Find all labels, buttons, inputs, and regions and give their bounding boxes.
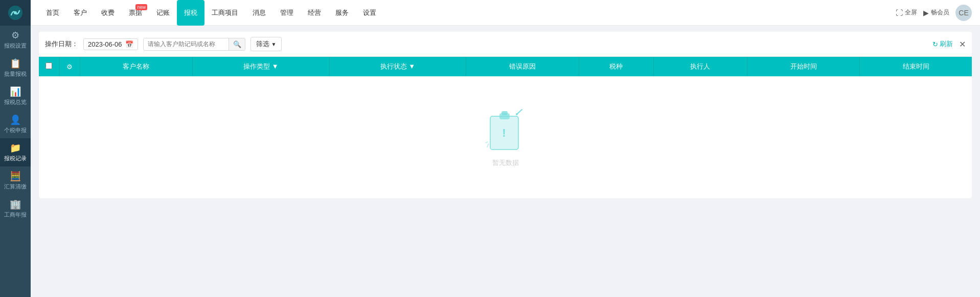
empty-state-row: ! 暂无: [39, 76, 972, 198]
svg-line-10: [486, 142, 488, 143]
nav-item-jizhang[interactable]: 记账: [149, 0, 177, 26]
date-label: 操作日期：: [45, 39, 78, 49]
nav-item-shoufei[interactable]: 收费: [94, 0, 122, 26]
svg-point-1: [14, 11, 17, 14]
sidebar-item-huisuanqingsuan[interactable]: 🧮 汇算清缴: [0, 166, 31, 195]
nav-items: 首页 客户 收费 票据 new 记账 报税 工商项目 消息: [39, 0, 383, 26]
tax-record-icon: 📁: [10, 142, 21, 154]
close-icon: ✕: [959, 40, 966, 49]
sidebar: ⚙ 报税设置 📋 批量报税 📊 报税总览 👤 个税申报 📁 报税记录 🧮 汇算清…: [0, 0, 31, 297]
settings-icon[interactable]: ⚙: [66, 63, 73, 71]
content-area: 操作日期： 2023-06-06 📅 🔍 筛选 ▼ ↻: [31, 26, 980, 297]
fullscreen-icon: ⛶: [896, 9, 903, 17]
refresh-button[interactable]: ↻ 刷新: [932, 39, 953, 49]
toolbar-right: ↻ 刷新 ✕: [932, 39, 966, 49]
personal-tax-icon: 👤: [10, 114, 21, 125]
empty-state: ! 暂无: [39, 76, 972, 198]
sidebar-item-geshuishenbao[interactable]: 👤 个税申报: [0, 110, 31, 138]
th-op-type[interactable]: 操作类型 ▼: [192, 57, 329, 76]
svg-text:!: !: [502, 126, 506, 139]
th-end-time: 结束时间: [860, 57, 972, 76]
svg-line-9: [487, 144, 489, 147]
nav-item-fuwu[interactable]: 服务: [328, 0, 356, 26]
calendar-icon: 📅: [125, 40, 133, 48]
th-tax-type: 税种: [579, 57, 653, 76]
sidebar-item-piliangbaoshui[interactable]: 📋 批量报税: [0, 54, 31, 82]
nav-item-kehu[interactable]: 客户: [66, 0, 94, 26]
empty-text: 暂无数据: [492, 158, 519, 167]
nav-item-shezhi[interactable]: 设置: [356, 0, 383, 26]
tax-settings-icon: ⚙: [11, 30, 19, 41]
search-icon: 🔍: [233, 40, 241, 48]
avatar[interactable]: CE: [955, 5, 972, 21]
date-picker[interactable]: 2023-06-06 📅: [83, 38, 138, 50]
data-table: ⚙ 客户名称 操作类型 ▼ 执行状态 ▼: [39, 57, 972, 198]
th-exec-status[interactable]: 执行状态 ▼: [329, 57, 466, 76]
topnav-right: ⛶ 全屏 ▶ 畅会员 CE: [896, 5, 972, 21]
fullscreen-button[interactable]: ⛶ 全屏: [896, 8, 917, 17]
th-error-reason: 错误原因: [466, 57, 579, 76]
search-input[interactable]: [144, 38, 229, 50]
main-area: 首页 客户 收费 票据 new 记账 报税 工商项目 消息: [31, 0, 980, 297]
th-checkbox: [39, 57, 59, 76]
nav-item-xiaoxi[interactable]: 消息: [245, 0, 273, 26]
nav-item-baoshui[interactable]: 报税: [177, 0, 204, 26]
close-button[interactable]: ✕: [959, 39, 966, 49]
top-nav: 首页 客户 收费 票据 new 记账 报税 工商项目 消息: [31, 0, 980, 26]
nav-item-gongshangxiangmu[interactable]: 工商项目: [204, 0, 245, 26]
member-button[interactable]: ▶ 畅会员: [923, 8, 949, 17]
search-button[interactable]: 🔍: [229, 38, 245, 50]
nav-item-jingying[interactable]: 经营: [301, 0, 328, 26]
sidebar-item-baoshuijilu[interactable]: 📁 报税记录: [0, 138, 31, 166]
search-wrap: 🔍: [143, 38, 245, 51]
video-icon: ▶: [923, 9, 929, 17]
svg-rect-5: [502, 111, 508, 115]
filter-button[interactable]: 筛选 ▼: [250, 37, 282, 51]
empty-illustration: !: [485, 107, 526, 153]
settlement-icon: 🧮: [10, 171, 21, 182]
nav-item-guanli[interactable]: 管理: [273, 0, 301, 26]
annual-report-icon: 🏢: [10, 199, 21, 210]
table-scroll: ⚙ 客户名称 操作类型 ▼ 执行状态 ▼: [39, 57, 972, 198]
table-container: 操作日期： 2023-06-06 📅 🔍 筛选 ▼ ↻: [39, 32, 972, 198]
th-customer: 客户名称: [80, 57, 192, 76]
nav-item-shouye[interactable]: 首页: [39, 0, 66, 26]
tax-overview-icon: 📊: [10, 86, 21, 97]
th-executor: 执行人: [653, 57, 747, 76]
app-logo: [0, 0, 31, 26]
th-start-time: 开始时间: [747, 57, 859, 76]
sidebar-item-gongshangnianb[interactable]: 🏢 工商年报: [0, 195, 31, 223]
select-all-checkbox[interactable]: [45, 62, 52, 69]
sidebar-item-baoshuishezhi[interactable]: ⚙ 报税设置: [0, 26, 31, 54]
refresh-icon: ↻: [932, 40, 938, 48]
toolbar: 操作日期： 2023-06-06 📅 🔍 筛选 ▼ ↻: [39, 32, 972, 57]
sidebar-item-baoshuizonglan[interactable]: 📊 报税总览: [0, 82, 31, 110]
chevron-down-icon: ▼: [271, 41, 277, 47]
nav-item-piao[interactable]: 票据 new: [122, 0, 149, 26]
svg-point-8: [516, 113, 518, 115]
new-badge: new: [135, 4, 147, 11]
th-settings: ⚙: [59, 57, 80, 76]
batch-tax-icon: 📋: [10, 58, 21, 69]
svg-line-7: [517, 110, 522, 114]
table-header-row: ⚙ 客户名称 操作类型 ▼ 执行状态 ▼: [39, 57, 972, 76]
